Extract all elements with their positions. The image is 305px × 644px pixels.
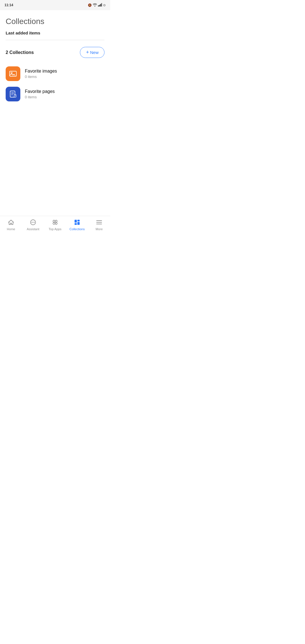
favorite-pages-count: 0 items <box>25 95 55 99</box>
nav-item-top-apps[interactable]: Top Apps <box>46 218 64 231</box>
bottom-nav: Home Assistant Top Apps <box>0 216 110 238</box>
svg-rect-21 <box>77 220 80 221</box>
svg-point-14 <box>32 222 32 222</box>
camera-icon: ⊙ <box>103 3 106 7</box>
signal-icon <box>98 3 102 7</box>
new-button-label: New <box>90 50 99 55</box>
svg-rect-2 <box>100 4 101 6</box>
svg-rect-20 <box>75 220 77 223</box>
collections-label: Collections <box>69 227 85 231</box>
more-label: More <box>95 227 103 231</box>
svg-rect-3 <box>101 3 102 6</box>
collection-item-favorite-images[interactable]: Favorite images 0 items <box>6 64 104 84</box>
svg-point-18 <box>53 223 55 225</box>
favorite-images-info: Favorite images 0 items <box>25 69 57 79</box>
nav-item-assistant[interactable]: Assistant <box>24 218 42 231</box>
collections-count: 2 Collections <box>6 50 34 55</box>
favorite-pages-info: Favorite pages 0 items <box>25 89 55 99</box>
svg-point-5 <box>11 72 12 74</box>
favorite-images-count: 0 items <box>25 75 57 79</box>
notification-muted-icon: 🔕 <box>88 3 92 7</box>
nav-item-collections[interactable]: Collections <box>68 218 86 231</box>
new-button[interactable]: + New <box>80 47 104 58</box>
plus-icon: + <box>86 49 89 55</box>
last-added-label: Last added items <box>6 31 104 35</box>
svg-point-11 <box>30 220 36 225</box>
svg-point-15 <box>34 222 34 222</box>
svg-point-17 <box>55 220 57 222</box>
top-apps-label: Top Apps <box>49 227 61 231</box>
divider <box>6 40 104 40</box>
favorite-images-icon <box>6 66 20 81</box>
svg-rect-23 <box>77 222 80 225</box>
svg-rect-4 <box>10 71 16 76</box>
svg-rect-22 <box>75 223 77 225</box>
favorite-pages-icon <box>6 87 20 101</box>
svg-rect-1 <box>99 5 100 6</box>
svg-point-16 <box>53 220 55 222</box>
collection-item-favorite-pages[interactable]: Favorite pages 0 items <box>6 84 104 104</box>
main-content: Collections Last added items 2 Collectio… <box>0 10 110 219</box>
home-icon <box>7 218 15 226</box>
svg-rect-0 <box>98 5 99 6</box>
nav-item-home[interactable]: Home <box>2 218 20 231</box>
status-bar: 11:14 🔕 ⊙ <box>0 0 110 10</box>
assistant-label: Assistant <box>27 227 40 231</box>
favorite-pages-name: Favorite pages <box>25 89 55 94</box>
nav-item-more[interactable]: More <box>90 218 108 231</box>
home-label: Home <box>7 227 15 231</box>
favorite-images-name: Favorite images <box>25 69 57 74</box>
top-apps-icon <box>51 218 59 226</box>
page-title: Collections <box>6 10 104 31</box>
collections-header: 2 Collections + New <box>6 47 104 58</box>
svg-point-19 <box>55 223 57 225</box>
more-icon <box>95 218 103 226</box>
status-time: 11:14 <box>5 3 13 7</box>
collections-icon <box>73 218 81 226</box>
assistant-icon <box>29 218 37 226</box>
status-icons: 🔕 ⊙ <box>88 3 106 7</box>
wifi-icon <box>93 3 97 7</box>
